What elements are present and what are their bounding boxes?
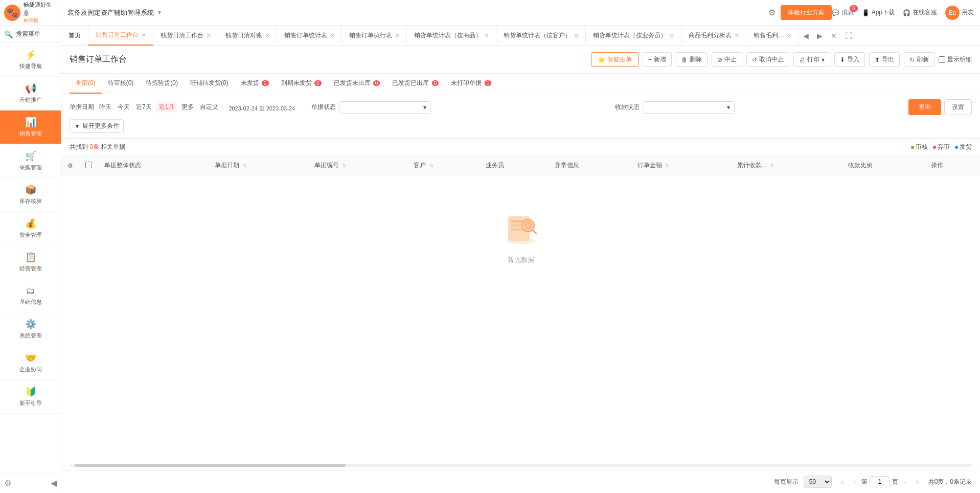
- sidebar-item-basic-info[interactable]: 🗂 基础信息: [0, 279, 61, 312]
- th-customer[interactable]: 客户 ⇅: [407, 156, 479, 175]
- filter-tab-shipped-out[interactable]: 已发货未出库 0: [328, 74, 386, 94]
- hscroll-bar[interactable]: [70, 464, 972, 467]
- tab-sales-stats[interactable]: 销售订单统计表 ✕: [277, 26, 342, 45]
- tab-home[interactable]: 首页: [61, 26, 88, 45]
- page-size-select[interactable]: 10 20 50 100: [804, 476, 832, 488]
- tab-reconcile-close[interactable]: ✕: [265, 33, 269, 38]
- tab-sales-margin-close[interactable]: ✕: [787, 33, 791, 38]
- new-button[interactable]: + 新增: [643, 52, 672, 67]
- print-button[interactable]: 🖨 打印 ▾: [793, 52, 830, 67]
- show-detail-input[interactable]: [939, 56, 945, 63]
- tab-nav-prev[interactable]: ◀: [799, 32, 813, 40]
- filter-tab-inspection[interactable]: 待拣验货(0): [140, 74, 184, 94]
- sidebar-item-operations[interactable]: 📋 经营管理: [0, 245, 61, 279]
- sidebar-item-enterprise[interactable]: 🤝 企业协同: [0, 346, 61, 380]
- table-scroll[interactable]: ⚙ 单据整体状态 单据日期 ⇅ 单据编号 ⇅: [61, 156, 980, 461]
- delete-button[interactable]: 🗑 删除: [676, 52, 708, 67]
- search-settings-button[interactable]: 设置: [944, 99, 972, 115]
- tab-daily-clear[interactable]: 钱货日清工作台 ✕: [153, 26, 218, 45]
- sidebar-item-inventory[interactable]: 📦 库存核算: [0, 178, 61, 212]
- filter-tab-overdue[interactable]: 到期未发货 0: [275, 74, 328, 94]
- settings-bottom-icon[interactable]: ⚙: [4, 478, 11, 488]
- tab-margin-analysis[interactable]: 商品毛利分析表 ✕: [681, 26, 746, 45]
- app-download-button[interactable]: 📱 App下载: [862, 8, 895, 17]
- date-option-today[interactable]: 今天: [116, 102, 132, 113]
- sidebar-item-purchase[interactable]: 🛒 采购管理: [0, 144, 61, 178]
- import-button[interactable]: ⬇ 导入: [834, 52, 865, 67]
- sidebar-item-marketing[interactable]: 📢 营销推广: [0, 77, 61, 110]
- th-number[interactable]: 单据编号 ⇅: [308, 156, 408, 175]
- tab-sales-exec-close[interactable]: ✕: [395, 33, 399, 38]
- cancel-stop-button[interactable]: ↺ 取消中止: [746, 52, 789, 67]
- tab-maximize[interactable]: ⛶: [841, 32, 856, 40]
- page-prev-btn[interactable]: ‹: [850, 476, 860, 487]
- msg-button[interactable]: 💬 消息 6: [832, 8, 854, 17]
- filter-tab-shipped-done[interactable]: 已发货已出库 0: [386, 74, 445, 94]
- tab-goods-stats-close[interactable]: ✕: [485, 33, 489, 38]
- tab-sales-stats-close[interactable]: ✕: [330, 33, 334, 38]
- sidebar-item-finance[interactable]: 💰 资金管理: [0, 212, 61, 245]
- date-option-custom[interactable]: 自定义: [198, 102, 220, 113]
- page-last-btn[interactable]: »: [912, 476, 923, 487]
- th-received[interactable]: 累计收款... ⇅: [731, 156, 842, 175]
- user-menu[interactable]: Ea 用友: [945, 6, 974, 20]
- filter-tab-unprinted[interactable]: 未打印单据 0: [445, 74, 497, 94]
- th-received-sort[interactable]: ⇅: [770, 163, 774, 168]
- sidebar-item-sales[interactable]: 📊 销售管理: [0, 110, 61, 144]
- th-customer-sort[interactable]: ⇅: [429, 163, 434, 168]
- tab-customer-stats-close[interactable]: ✕: [574, 33, 578, 38]
- th-settings[interactable]: ⚙: [61, 156, 79, 175]
- tab-close-all[interactable]: ✕: [827, 32, 841, 40]
- service-button[interactable]: 🎧 在线客服: [903, 8, 937, 17]
- search-menu[interactable]: 🔍 搜索菜单: [0, 26, 61, 43]
- th-date-sort[interactable]: ⇅: [243, 163, 247, 168]
- hscroll-thumb[interactable]: [75, 464, 346, 467]
- batch-approve-btn[interactable]: 审核: [911, 143, 928, 151]
- tab-margin-analysis-close[interactable]: ✕: [735, 33, 739, 38]
- th-number-sort[interactable]: ⇅: [342, 163, 346, 168]
- date-option-more[interactable]: 更多: [179, 102, 196, 113]
- tab-reconcile[interactable]: 钱货日清对账 ✕: [218, 26, 277, 45]
- filter-tab-pending[interactable]: 待审核(0): [102, 74, 140, 94]
- date-option-1month[interactable]: 近1月: [156, 102, 178, 113]
- filter-tab-wangpu[interactable]: 旺铺待发货(0): [184, 74, 235, 94]
- tab-sales-order-close[interactable]: ✕: [142, 32, 146, 38]
- refresh-button[interactable]: ↻ 刷新: [904, 52, 935, 67]
- sidebar-item-quick-nav[interactable]: ⚡ 快捷导航: [0, 43, 61, 77]
- filter-tab-all[interactable]: 全部(0): [70, 74, 102, 94]
- batch-ship-btn[interactable]: 发货: [955, 143, 972, 151]
- th-amount-sort[interactable]: ⇅: [665, 163, 669, 168]
- tab-goods-stats[interactable]: 销货单统计表（按商品） ✕: [407, 26, 496, 45]
- th-amount[interactable]: 订单金额 ⇅: [631, 156, 731, 175]
- tab-sales-order[interactable]: 销售订单工作台 ✕: [88, 26, 153, 46]
- query-button[interactable]: 查询: [908, 99, 941, 115]
- expand-button[interactable]: ▼ 展开更多条件: [70, 119, 124, 133]
- tab-sales-exec[interactable]: 销售订单执行表 ✕: [342, 26, 407, 45]
- tab-customer-stats[interactable]: 销货单统计表（按客户） ✕: [496, 26, 586, 45]
- topbar-gear-icon[interactable]: ⚙: [768, 8, 776, 17]
- batch-unapprove-btn[interactable]: 弃审: [933, 143, 950, 151]
- sidebar-item-guide[interactable]: 🔰 新手引导: [0, 380, 61, 414]
- page-input[interactable]: [870, 476, 890, 487]
- payment-select[interactable]: ▾: [643, 101, 735, 114]
- tab-staff-stats-close[interactable]: ✕: [670, 33, 674, 38]
- system-dropdown-icon[interactable]: ▼: [157, 10, 162, 15]
- stop-button[interactable]: ⊘ 中止: [712, 52, 742, 67]
- sidebar-item-system[interactable]: ⚙️ 系统管理: [0, 312, 61, 346]
- tab-daily-clear-close[interactable]: ✕: [207, 33, 211, 38]
- th-date[interactable]: 单据日期 ⇅: [209, 156, 308, 175]
- th-checkbox[interactable]: [79, 156, 98, 175]
- solution-button[interactable]: 体验行业方案: [781, 5, 832, 20]
- smart-gen-button[interactable]: ⭐ 智能生单: [591, 52, 639, 67]
- date-option-7days[interactable]: 近7天: [134, 102, 154, 113]
- status-select[interactable]: ▾: [339, 101, 431, 114]
- page-first-btn[interactable]: «: [837, 476, 848, 487]
- date-option-yesterday[interactable]: 昨天: [97, 102, 113, 113]
- filter-tab-unshipped[interactable]: 未发货 0: [235, 74, 275, 94]
- tab-nav-next[interactable]: ▶: [813, 32, 827, 40]
- show-detail-checkbox[interactable]: 显示明细: [939, 55, 972, 64]
- select-all-checkbox[interactable]: [85, 162, 92, 168]
- collapse-icon[interactable]: ◀: [51, 478, 57, 488]
- tab-staff-stats[interactable]: 销货单统计表（按业务员） ✕: [586, 26, 681, 45]
- page-next-btn[interactable]: ›: [900, 476, 910, 487]
